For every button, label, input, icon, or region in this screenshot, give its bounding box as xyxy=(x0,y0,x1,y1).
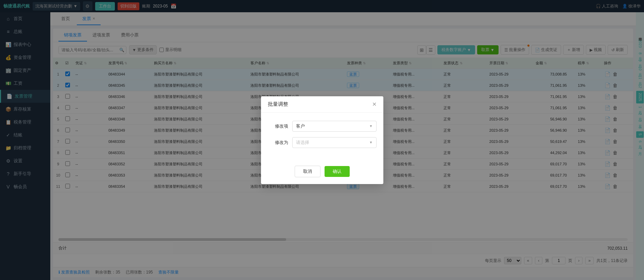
modal-header: 批量调整 ✕ xyxy=(261,96,383,113)
modal-overlay[interactable]: 批量调整 ✕ 修改项 客户 ▼ 修改为 请选择 ▼ 取消 确认 xyxy=(0,0,644,280)
modal-title: 批量调整 xyxy=(268,101,288,108)
modify-field-select[interactable]: 客户 ▼ xyxy=(292,121,377,132)
value-dropdown-icon: ▼ xyxy=(369,141,373,144)
modal-footer: 取消 确认 xyxy=(261,162,383,184)
form-row-field: 修改项 客户 ▼ xyxy=(268,121,377,132)
batch-adjust-modal: 批量调整 ✕ 修改项 客户 ▼ 修改为 请选择 ▼ 取消 确认 xyxy=(261,96,383,184)
modal-body: 修改项 客户 ▼ 修改为 请选择 ▼ xyxy=(261,113,383,162)
modify-field-label: 修改项 xyxy=(268,123,288,129)
modify-value-select[interactable]: 请选择 ▼ xyxy=(292,137,377,148)
modal-cancel-button[interactable]: 取消 xyxy=(295,166,320,177)
field-dropdown-icon: ▼ xyxy=(369,124,373,128)
modify-value-label: 修改为 xyxy=(268,139,288,146)
modal-close-button[interactable]: ✕ xyxy=(372,101,377,108)
form-row-value: 修改为 请选择 ▼ xyxy=(268,137,377,148)
modal-confirm-button[interactable]: 确认 xyxy=(325,166,350,177)
